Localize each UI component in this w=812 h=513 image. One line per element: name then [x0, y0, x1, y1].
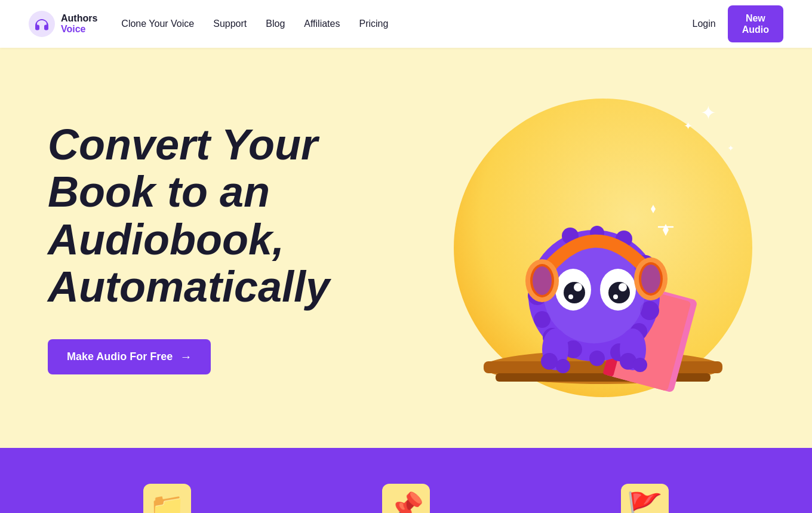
flag-red-icon-box: 📌 [382, 484, 430, 513]
hero-section: Convert Your Book to an Audiobook, Autom… [0, 48, 812, 448]
hero-title-line3: Audiobook, [48, 216, 284, 263]
cta-label: Make Audio For Free [67, 351, 173, 363]
svg-point-36 [641, 265, 660, 293]
svg-point-28 [619, 283, 627, 291]
strip-item-3: 🚩 [621, 484, 669, 513]
cta-arrow-icon: → [180, 350, 192, 364]
logo-line1: Authors [61, 13, 97, 24]
cta-button[interactable]: Make Audio For Free → [48, 339, 211, 374]
sparkle-icon-3: ✦ [727, 143, 734, 153]
folder-icon: 📁 [149, 491, 185, 513]
logo-text: Authors Voice [61, 13, 97, 35]
svg-point-29 [568, 294, 573, 299]
flag-country-icon: 🚩 [627, 491, 663, 513]
svg-point-27 [574, 283, 582, 291]
sparkle-icon-2: ✦ [684, 119, 693, 133]
svg-point-0 [29, 11, 55, 37]
folder-icon-box: 📁 [143, 484, 191, 513]
hero-content: Convert Your Book to an Audiobook, Autom… [48, 121, 442, 374]
svg-rect-3 [496, 373, 710, 382]
hero-title: Convert Your Book to an Audiobook, Autom… [48, 121, 442, 311]
strip-item-2: 📌 [382, 484, 430, 513]
nav-left: Authors Voice Clone Your Voice Support B… [29, 11, 388, 37]
navbar: Authors Voice Clone Your Voice Support B… [0, 0, 812, 48]
hero-illustration: ✦ ✦ ✦ [442, 84, 764, 412]
svg-point-40 [556, 359, 570, 373]
nav-blog[interactable]: Blog [266, 19, 285, 29]
logo[interactable]: Authors Voice [29, 11, 97, 37]
features-strip: 📁 📌 🚩 [0, 448, 812, 513]
login-button[interactable]: Login [693, 19, 716, 29]
logo-icon [29, 11, 55, 37]
new-audio-label: NewAudio [742, 13, 769, 35]
svg-point-42 [633, 358, 647, 372]
nav-clone-your-voice[interactable]: Clone Your Voice [121, 19, 194, 29]
svg-point-39 [541, 353, 558, 370]
hero-title-line4: Automatically [48, 263, 330, 311]
svg-point-35 [533, 266, 552, 295]
nav-links: Clone Your Voice Support Blog Affiliates… [121, 19, 388, 29]
flag-country-icon-box: 🚩 [621, 484, 669, 513]
svg-point-20 [589, 351, 605, 366]
hero-title-line1: Convert Your [48, 121, 318, 168]
logo-line2: Voice [61, 24, 97, 35]
strip-item-1: 📁 [143, 484, 191, 513]
new-audio-button[interactable]: NewAudio [728, 5, 783, 42]
nav-support[interactable]: Support [213, 19, 247, 29]
sparkle-icon-1: ✦ [700, 102, 716, 124]
hero-title-line2: Book to an [48, 168, 270, 216]
creature-svg [478, 110, 728, 397]
nav-right: Login NewAudio [693, 5, 783, 42]
creature-illustration [478, 110, 728, 385]
flag-red-icon: 📌 [388, 491, 424, 513]
svg-point-30 [613, 294, 618, 299]
nav-pricing[interactable]: Pricing [359, 19, 388, 29]
nav-affiliates[interactable]: Affiliates [304, 19, 340, 29]
